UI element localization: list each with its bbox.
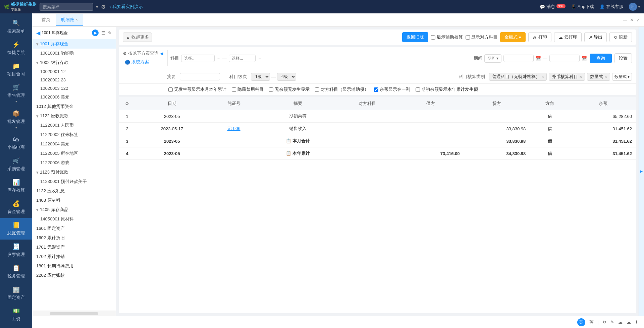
cb-no-balance-show[interactable]: 无余额无发生显示 <box>269 86 310 92</box>
tree-node-1602[interactable]: 1602 累计折旧 <box>32 233 116 243</box>
top-search-input[interactable] <box>40 3 93 11</box>
cb-no-balance[interactable]: 无发生额显示本月本年累计 <box>168 86 226 92</box>
tree-node-2202[interactable]: 2202 应付账款 <box>32 271 116 280</box>
tree-node-1123[interactable]: ▾ 1123 预付账款 <box>32 168 116 177</box>
print-button[interactable]: 🖨 打印 <box>528 32 551 42</box>
sidebar-item-payroll[interactable]: 💵 工资 <box>0 304 32 325</box>
nav-right-icon[interactable]: ▶ <box>92 29 99 36</box>
tag-close-2[interactable]: × <box>604 74 607 79</box>
subject-input-2[interactable] <box>229 55 256 62</box>
cb-balance-one-col[interactable]: 余额显示在一列 <box>374 86 410 92</box>
sidebar-item-ledger[interactable]: 📒 总账管理 <box>0 218 32 240</box>
sidebar-item-tax[interactable]: 📋 税务管理 <box>0 261 32 282</box>
expand-scheme-icon[interactable]: ◀ <box>160 51 163 56</box>
settings-table-icon[interactable]: ⚙ <box>125 101 129 106</box>
nav-left-icon[interactable]: ◀ <box>36 30 40 36</box>
list-icon[interactable]: ☰ <box>101 30 105 36</box>
tab-home[interactable]: 首页 <box>36 14 56 26</box>
voucher-link[interactable]: 记-006 <box>227 126 240 131</box>
cb-hide-disabled[interactable]: 隐藏禁用科目 <box>232 86 264 92</box>
period-dropdown[interactable]: 期间 ▾ <box>484 54 501 63</box>
sidebar-item-inventory[interactable]: 📊 库存核算 <box>0 175 32 197</box>
sidebar-item-assets[interactable]: 🏢 固定资产 <box>0 282 32 304</box>
online-service-button[interactable]: 👤 在线客服 <box>599 4 624 10</box>
bottom-action-download[interactable]: ⬇ <box>635 320 639 325</box>
tab-close-icon[interactable]: ✕ <box>630 17 634 22</box>
level-start-select[interactable]: 1级 <box>251 73 270 81</box>
demo-button[interactable]: ○ 我要看实例演示 <box>108 4 143 10</box>
bottom-action-cloud2[interactable]: ☁ <box>627 320 631 325</box>
tree-node-1132[interactable]: 1132 应收利息 <box>32 186 116 196</box>
right-collapse-tab[interactable]: ▶ <box>639 27 644 316</box>
tree-node-11220006[interactable]: 11220006 游戏 <box>32 158 116 168</box>
tree-node-10020003[interactable]: 10020003 122 <box>32 84 116 92</box>
query-button[interactable]: 查询 <box>590 54 612 63</box>
col-settings[interactable]: ⚙ <box>119 97 136 110</box>
tab-ledger[interactable]: 明细账 × <box>56 14 83 26</box>
edit-icon[interactable]: ✎ <box>108 30 112 36</box>
tree-node-14050001[interactable]: 14050001 原材料 <box>32 214 116 224</box>
sidebar-item-wholesale[interactable]: 📦 批发管理 ▾ <box>0 107 32 133</box>
tree-node-11220002[interactable]: 11220002 往来标签 <box>32 130 116 139</box>
tree-node-1405[interactable]: ▾ 1405 库存商品 <box>32 205 116 214</box>
tag-close-1[interactable]: × <box>579 74 582 79</box>
calendar-end-icon[interactable]: 📅 <box>582 56 587 61</box>
app-download-button[interactable]: 📱 App下载 <box>571 4 594 10</box>
tree-node-1601[interactable]: 1601 固定资产 <box>32 224 116 233</box>
sidebar-item-ecommerce[interactable]: 🛍 小畅电商 <box>0 133 32 154</box>
settings-scheme-icon[interactable]: ⚙ <box>123 51 127 56</box>
back-old-version-button[interactable]: 退回旧版 <box>402 32 428 42</box>
period-end-input[interactable]: 2023-05 <box>549 55 580 62</box>
language-switch-button[interactable]: 英 <box>577 318 585 326</box>
tree-node-1122[interactable]: ▾ 1122 应收账款 <box>32 111 116 121</box>
tree-node-1012[interactable]: 1012 其他货币资金 <box>32 102 116 111</box>
format-button[interactable]: 金额式 ▾ <box>500 32 526 42</box>
tree-node-11230001[interactable]: 11230001 预付账款美子 <box>32 177 116 186</box>
level-end-select[interactable]: 6级 <box>277 73 296 81</box>
accounts-scrollbar[interactable] <box>32 311 116 316</box>
subject-input[interactable] <box>181 55 215 62</box>
settings-icon[interactable]: ⚙ <box>101 4 106 10</box>
tree-node-11220004[interactable]: 11220004 美元 <box>32 139 116 149</box>
tree-node-10020001[interactable]: 10020001 12 <box>32 67 116 76</box>
cb-opening[interactable]: 期初余额显示本年累计发生额 <box>416 86 478 92</box>
tree-node-11220005[interactable]: 11220005 所在地区 <box>32 149 116 158</box>
tree-node-1701[interactable]: 1701 无形资产 <box>32 243 116 252</box>
tree-node-11220001[interactable]: 11220001 人民币 <box>32 121 116 130</box>
export-button[interactable]: ↗ 导出 <box>584 32 607 42</box>
sidebar-item-finance[interactable]: 💰 资金管理 <box>0 197 32 218</box>
sidebar-item-retail[interactable]: 🛒 零售管理 ▾ <box>0 80 32 107</box>
sidebar-item-invoice[interactable]: 🧾 发票管理 <box>0 240 32 261</box>
sidebar-item-purchase[interactable]: 🛒 采购管理 <box>0 154 32 175</box>
tree-node-10020002[interactable]: 10020002 23 <box>32 76 116 84</box>
tree-node-1002[interactable]: ▾ 1002 银行存款 <box>32 58 116 67</box>
bottom-action-cloud1[interactable]: ☁ <box>618 320 623 325</box>
tree-node-10010001[interactable]: 10010001 哟哟哟 <box>32 49 116 58</box>
bottom-action-edit[interactable]: ✎ <box>610 320 614 325</box>
sidebar-item-project[interactable]: 📁 项目合同 <box>0 59 32 80</box>
tree-node-1702[interactable]: 1702 累计摊销 <box>32 252 116 261</box>
dropdown-icon[interactable]: ▾ <box>96 4 98 9</box>
tab-minimize-icon[interactable]: — <box>623 17 627 22</box>
bottom-action-refresh[interactable]: ↻ <box>603 320 606 325</box>
system-scheme-item[interactable]: 🔵 系统方案 <box>123 58 163 66</box>
period-start-input[interactable]: 2023-05 <box>503 55 534 62</box>
sidebar-item-search[interactable]: 🔍 搜索菜单 <box>0 16 32 38</box>
bottom-action-1[interactable]: 英 <box>589 319 594 325</box>
tree-node-1001[interactable]: ▾ 1001 库存现金 <box>32 39 116 49</box>
refresh-button[interactable]: ↻ 刷新 <box>609 32 632 42</box>
sidebar-item-management[interactable]: 📈 经营管理 <box>0 325 32 328</box>
summary-input[interactable] <box>180 73 220 80</box>
sidebar-item-quicknav[interactable]: ⚡ 快捷导航 <box>0 38 32 59</box>
tree-node-1801[interactable]: 1801 长期待摊费用 <box>32 261 116 271</box>
message-button[interactable]: 💬 消息 99+ <box>540 4 566 10</box>
quantity-dropdown[interactable]: 数量式 ▾ <box>612 73 632 81</box>
tab-close-button[interactable]: × <box>75 17 78 22</box>
show-contra-checkbox[interactable]: 显示对方科目 <box>466 34 497 40</box>
ellipsis-2[interactable]: ··· <box>258 56 261 61</box>
tag-close-0[interactable]: × <box>541 74 544 79</box>
ellipsis-1[interactable]: ··· <box>217 56 220 61</box>
cb-contra[interactable]: 对方科目（显示辅助项） <box>315 86 369 92</box>
collapse-more-button[interactable]: ▲ 收起更多 <box>123 32 152 42</box>
tree-node-10020006[interactable]: 10020006 美元 <box>32 92 116 102</box>
